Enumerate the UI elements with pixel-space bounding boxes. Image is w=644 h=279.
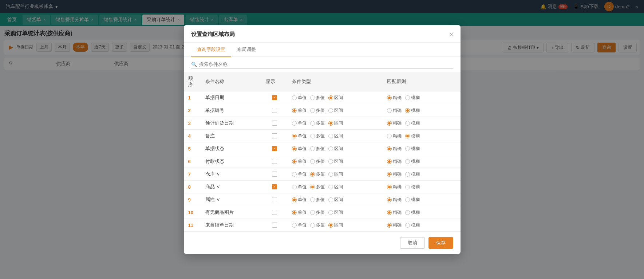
table-row: 2单据编号单值多值区间精确模糊: [184, 104, 461, 117]
radio-match-模糊-5[interactable]: [405, 159, 410, 164]
row-match-7: 精确模糊: [383, 181, 461, 193]
radio-type-区间-8[interactable]: [328, 197, 333, 202]
row-type-1: 单值多值区间: [288, 104, 383, 117]
radio-type-多值-10[interactable]: [310, 223, 315, 228]
radio-type-区间-3[interactable]: [328, 134, 333, 138]
radio-match-精确-1[interactable]: [387, 108, 392, 113]
radio-type-多值-3[interactable]: [310, 134, 315, 138]
radio-type-单值-1[interactable]: [292, 108, 297, 113]
row-display-0[interactable]: [261, 91, 287, 104]
checkbox-2[interactable]: [272, 121, 277, 126]
dialog-tab-layout[interactable]: 布局调整: [231, 43, 262, 57]
radio-match-精确-4[interactable]: [387, 146, 392, 151]
radio-type-区间-1[interactable]: [328, 108, 333, 113]
radio-type-单值-3[interactable]: [292, 134, 297, 138]
radio-match-模糊-7[interactable]: [405, 185, 410, 189]
radio-type-单值-10[interactable]: [292, 223, 297, 228]
row-name-7: 商品 ∨: [201, 181, 261, 193]
radio-type-单值-2[interactable]: [292, 121, 297, 126]
radio-type-多值-2[interactable]: [310, 121, 315, 126]
cancel-button[interactable]: 取消: [400, 237, 425, 249]
radio-type-区间-10[interactable]: [328, 223, 333, 228]
row-display-5[interactable]: [261, 155, 287, 168]
row-display-1[interactable]: [261, 104, 287, 117]
row-display-9[interactable]: [261, 206, 287, 219]
radio-type-单值-8[interactable]: [292, 197, 297, 202]
radio-type-区间-7[interactable]: [328, 185, 333, 189]
radio-type-区间-4[interactable]: [328, 146, 333, 151]
radio-match-模糊-6[interactable]: [405, 172, 410, 177]
radio-type-多值-0[interactable]: [310, 95, 315, 100]
radio-match-精确-5[interactable]: [387, 159, 392, 164]
row-order-5: 6: [184, 155, 201, 168]
radio-type-多值-5[interactable]: [310, 159, 315, 164]
radio-type-区间-6[interactable]: [328, 172, 333, 177]
radio-match-模糊-9[interactable]: [405, 210, 410, 215]
checkbox-10[interactable]: [272, 223, 277, 228]
row-display-3[interactable]: [261, 130, 287, 142]
row-order-6: 7: [184, 168, 201, 181]
radio-type-单值-0[interactable]: [292, 95, 297, 100]
row-display-2[interactable]: [261, 117, 287, 130]
row-match-10: 精确模糊: [383, 219, 461, 232]
radio-type-多值-6[interactable]: [310, 172, 315, 177]
checkbox-9[interactable]: [272, 210, 277, 215]
radio-match-精确-6[interactable]: [387, 172, 392, 177]
radio-type-单值-4[interactable]: [292, 146, 297, 151]
row-match-9: 精确模糊: [383, 206, 461, 219]
checkbox-5[interactable]: [272, 159, 277, 164]
radio-type-单值-7[interactable]: [292, 185, 297, 189]
checkbox-0[interactable]: [272, 95, 277, 100]
row-display-6[interactable]: [261, 168, 287, 181]
radio-type-区间-9[interactable]: [328, 210, 333, 215]
dialog-close-btn[interactable]: ×: [450, 31, 453, 42]
radio-match-精确-10[interactable]: [387, 223, 392, 228]
dialog-tab-fields[interactable]: 查询字段设置: [191, 43, 231, 57]
row-display-8[interactable]: [261, 193, 287, 206]
row-order-0: 1: [184, 91, 201, 104]
row-display-7[interactable]: [261, 181, 287, 193]
col-header-name: 条件名称: [201, 72, 261, 91]
save-button[interactable]: 保存: [428, 237, 453, 249]
radio-type-多值-1[interactable]: [310, 108, 315, 113]
radio-match-精确-3[interactable]: [387, 134, 392, 138]
radio-match-模糊-2[interactable]: [405, 121, 410, 126]
radio-type-多值-8[interactable]: [310, 197, 315, 202]
search-input[interactable]: [199, 62, 453, 67]
checkbox-1[interactable]: [272, 108, 277, 113]
radio-type-区间-2[interactable]: [328, 121, 333, 126]
row-display-4[interactable]: [261, 142, 287, 155]
radio-type-单值-6[interactable]: [292, 172, 297, 177]
checkbox-4[interactable]: [272, 146, 277, 151]
radio-type-区间-5[interactable]: [328, 159, 333, 164]
radio-type-区间-0[interactable]: [328, 95, 333, 100]
col-header-display: 显示: [261, 72, 287, 91]
radio-match-模糊-3[interactable]: [405, 134, 410, 138]
checkbox-8[interactable]: [272, 197, 277, 202]
row-display-10[interactable]: [261, 219, 287, 232]
row-order-8: 9: [184, 193, 201, 206]
radio-match-模糊-4[interactable]: [405, 146, 410, 151]
radio-type-单值-5[interactable]: [292, 159, 297, 164]
radio-type-单值-9[interactable]: [292, 210, 297, 215]
table-row: 9属性 ∨单值多值区间精确模糊: [184, 193, 461, 206]
radio-match-模糊-1[interactable]: [405, 108, 410, 113]
radio-match-精确-7[interactable]: [387, 185, 392, 189]
row-match-2: 精确模糊: [383, 117, 461, 130]
radio-match-精确-2[interactable]: [387, 121, 392, 126]
checkbox-6[interactable]: [272, 172, 277, 177]
radio-type-多值-7[interactable]: [310, 185, 315, 189]
radio-match-精确-0[interactable]: [387, 95, 392, 100]
table-row: 5单据状态单值多值区间精确模糊: [184, 142, 461, 155]
radio-match-精确-8[interactable]: [387, 197, 392, 202]
radio-match-模糊-0[interactable]: [405, 95, 410, 100]
radio-type-多值-9[interactable]: [310, 210, 315, 215]
radio-match-模糊-10[interactable]: [405, 223, 410, 228]
radio-match-精确-9[interactable]: [387, 210, 392, 215]
radio-type-多值-4[interactable]: [310, 146, 315, 151]
row-match-6: 精确模糊: [383, 168, 461, 181]
radio-match-模糊-8[interactable]: [405, 197, 410, 202]
checkbox-7[interactable]: [272, 184, 277, 189]
checkbox-3[interactable]: [272, 133, 277, 138]
table-row: 10有无商品图片单值多值区间精确模糊: [184, 206, 461, 219]
